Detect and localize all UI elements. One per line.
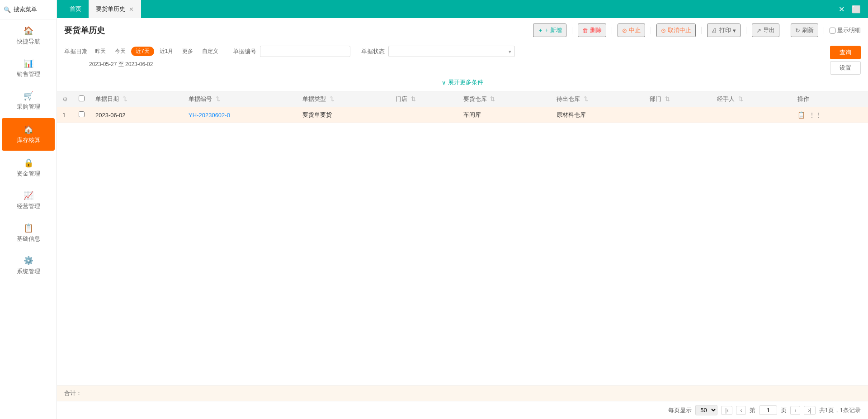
doc-no-link[interactable]: YH-20230602-0 — [189, 112, 230, 119]
prev-page-button[interactable]: ‹ — [736, 406, 746, 415]
col-doc-type-label: 单据类型 — [302, 95, 326, 102]
col-handler[interactable]: 经手人 ⇅ — [712, 91, 792, 107]
window-close-button[interactable]: ✕ — [837, 3, 846, 15]
sidebar-item-label: 基础信息 — [17, 235, 40, 243]
first-page-button[interactable]: |‹ — [721, 406, 732, 415]
sort-date-icon: ⇅ — [123, 95, 127, 102]
separator-3 — [651, 27, 651, 34]
col-handler-label: 经手人 — [717, 95, 735, 102]
col-pending-warehouse-label: 待出仓库 — [557, 95, 580, 102]
sort-doc-no-icon: ⇅ — [216, 95, 221, 102]
sidebar-item-system[interactable]: ⚙️ 系统管理 — [0, 249, 57, 282]
sidebar-item-label: 库存核算 — [17, 136, 40, 144]
col-doc-type[interactable]: 单据类型 ⇅ — [297, 91, 390, 107]
sidebar-item-purchase[interactable]: 🛒 采购管理 — [0, 85, 57, 117]
sidebar-item-label: 经营管理 — [17, 202, 40, 210]
separator-5 — [746, 27, 746, 34]
top-bar-controls: ✕ ⬜ — [837, 3, 863, 15]
sidebar-item-quick-nav[interactable]: 🏠 快捷导航 — [0, 19, 57, 52]
query-button[interactable]: 查询 — [830, 46, 861, 59]
last-page-button[interactable]: ›| — [804, 406, 815, 415]
cancel-icon: ⊙ — [661, 27, 666, 34]
sidebar-item-operations[interactable]: 📈 经营管理 — [0, 184, 57, 217]
date-btn-yesterday[interactable]: 昨天 — [91, 47, 109, 56]
page-suffix-label: 页 — [781, 406, 787, 414]
col-doc-no-label: 单据编号 — [189, 95, 212, 102]
doc-no-input[interactable] — [260, 46, 350, 57]
sidebar-item-label: 销售管理 — [17, 70, 40, 78]
export-button[interactable]: ↗ 导出 — [752, 24, 779, 37]
col-pending-warehouse[interactable]: 待出仓库 ⇅ — [551, 91, 644, 107]
row-more-icon[interactable]: ⋮⋮ — [809, 111, 821, 119]
inventory-icon: 🏠 — [24, 124, 33, 134]
separator-2 — [612, 27, 612, 34]
col-store-label: 门店 — [396, 95, 407, 102]
stop-button[interactable]: ⊘ 中止 — [618, 24, 645, 37]
date-btn-today[interactable]: 今天 — [111, 47, 129, 56]
date-btn-custom[interactable]: 自定义 — [198, 47, 222, 56]
col-req-warehouse[interactable]: 要货仓库 ⇅ — [458, 91, 551, 107]
col-dept-label: 部门 — [650, 95, 661, 102]
print-dropdown-icon: ▾ — [733, 27, 736, 34]
filter-status: 单据状态 ▾ — [361, 46, 515, 57]
page-header: 要货单历史 ＋ + 新增 🗑 删除 ⊘ 中止 — [57, 18, 868, 41]
sidebar-item-finance[interactable]: 🔒 资金管理 — [0, 152, 57, 184]
new-icon: ＋ — [538, 26, 543, 34]
print-icon: 🖨 — [712, 27, 717, 34]
row-req-warehouse: 车间库 — [458, 107, 551, 123]
filter-doc-no: 单据编号 — [233, 46, 350, 57]
new-button[interactable]: ＋ + 新增 — [533, 24, 566, 37]
date-btn-more[interactable]: 更多 — [179, 47, 197, 56]
refresh-icon: ↻ — [795, 27, 800, 34]
col-date[interactable]: 单据日期 ⇅ — [90, 91, 183, 107]
per-page-select[interactable]: 50 — [695, 405, 717, 415]
delete-label: 删除 — [590, 26, 602, 34]
basic-info-icon: 📋 — [24, 223, 33, 233]
refresh-button[interactable]: ↻ 刷新 — [791, 24, 818, 37]
tab-home[interactable]: 首页 — [62, 0, 89, 18]
row-checkbox[interactable] — [79, 111, 85, 117]
window-maximize-button[interactable]: ⬜ — [850, 3, 863, 15]
table-footer: 合计： — [57, 385, 868, 401]
tab-history[interactable]: 要货单历史 ✕ — [89, 0, 141, 18]
col-store[interactable]: 门店 ⇅ — [390, 91, 458, 107]
show-detail-label: 显示明细 — [837, 26, 861, 34]
separator-7 — [824, 27, 824, 34]
delete-button[interactable]: 🗑 删除 — [578, 24, 606, 37]
sidebar-item-label: 快捷导航 — [17, 38, 40, 46]
filter-settings-button[interactable]: 设置 — [830, 61, 861, 75]
date-btn-7days[interactable]: 近7天 — [131, 47, 154, 56]
page-prefix-label: 第 — [750, 406, 755, 414]
cancel-label: 取消中止 — [668, 26, 691, 34]
tab-close-button[interactable]: ✕ — [129, 6, 134, 13]
row-settings: 1 — [57, 107, 73, 123]
next-page-button[interactable]: › — [790, 406, 800, 415]
search-menu[interactable]: 🔍 搜索菜单 — [0, 0, 57, 19]
sidebar-item-inventory[interactable]: 🏠 库存核算 — [2, 118, 55, 151]
stop-label: 中止 — [629, 26, 641, 34]
col-doc-no[interactable]: 单据编号 ⇅ — [183, 91, 297, 107]
show-detail-checkbox[interactable] — [830, 28, 835, 33]
sidebar-item-sales[interactable]: 📊 销售管理 — [0, 52, 57, 85]
status-input[interactable] — [388, 46, 515, 57]
search-menu-label: 搜索菜单 — [14, 5, 37, 14]
row-edit-icon[interactable]: 📋 — [797, 111, 805, 119]
sales-icon: 📊 — [24, 58, 33, 68]
pagination-info: 共1页，1条记录 — [819, 406, 861, 414]
select-all-checkbox[interactable] — [79, 95, 85, 101]
sidebar-item-basic-info[interactable]: 📋 基础信息 — [0, 217, 57, 249]
export-icon: ↗ — [756, 27, 761, 34]
col-dept[interactable]: 部门 ⇅ — [644, 91, 712, 107]
show-detail-toggle[interactable]: 显示明细 — [830, 26, 861, 34]
filter-date: 单据日期 昨天 今天 近7天 近1月 更多 自定义 — [64, 47, 222, 56]
toolbar: ＋ + 新增 🗑 删除 ⊘ 中止 ⊙ — [533, 24, 861, 37]
date-range-display: 2023-05-27 至 2023-06-02 — [89, 61, 153, 67]
data-table: ⚙ 单据日期 ⇅ 单据编号 ⇅ — [57, 91, 868, 123]
print-button[interactable]: 🖨 打印 ▾ — [707, 24, 741, 37]
expand-more-button[interactable]: ∨ 展开更多条件 — [64, 78, 861, 86]
col-settings[interactable]: ⚙ — [57, 91, 73, 107]
cancel-stop-button[interactable]: ⊙ 取消中止 — [656, 24, 696, 37]
page-input[interactable] — [759, 405, 777, 415]
date-btn-1month[interactable]: 近1月 — [156, 47, 177, 56]
operations-icon: 📈 — [24, 190, 33, 200]
